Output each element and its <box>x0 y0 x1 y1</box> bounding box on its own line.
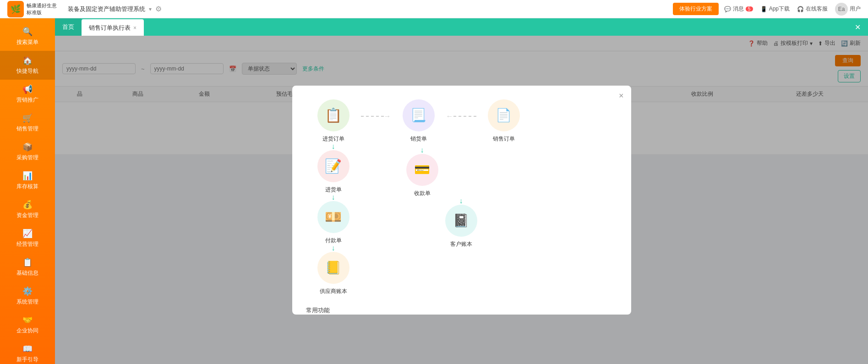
sidebar-item-inventory[interactable]: 📊 库存核算 <box>0 166 55 195</box>
tab-right-area: ✕ <box>855 23 868 32</box>
modal-overlay[interactable]: × 📋 进货订单 ↓ <box>55 36 868 364</box>
flow-item-receipt: 💳 收款单 <box>395 154 450 197</box>
online-service-button[interactable]: 🎧 在线客服 <box>797 5 828 13</box>
sidebar: 🔍 搜索菜单 🏠 快捷导航 📢 营销推广 🛒 销售管理 📦 采购管理 📊 库存核… <box>0 18 55 364</box>
chevron-down-icon[interactable]: ▾ <box>149 6 152 12</box>
common-functions-section: 常用功能 商品 往来单位 现存量(库存状况表) 现存量(库存分布表) 销售毛利分… <box>306 306 617 315</box>
flow-item-sales-order: 📄 销售订单 <box>476 99 531 143</box>
top-right-area: 💬 消息 5 📱 App下载 🎧 在线客服 Ea 用户 <box>724 3 861 16</box>
guide-icon: 📖 <box>22 344 33 354</box>
user-menu[interactable]: Ea 用户 <box>835 3 861 16</box>
tab-sales-order[interactable]: 销售订单执行表 × <box>82 19 144 37</box>
sidebar-item-enterprise[interactable]: 🤝 企业协同 <box>0 310 55 339</box>
sidebar-item-guide[interactable]: 📖 新手引导 <box>0 339 55 364</box>
payment-icon: 💴 <box>317 201 349 233</box>
window-close-button[interactable]: ✕ <box>855 23 861 32</box>
app-download-button[interactable]: 📱 App下载 <box>760 5 790 13</box>
flow-item-payment: 💴 付款单 <box>306 201 361 244</box>
purchase-order-icon: 📋 <box>317 99 349 131</box>
purchase-bill-icon: 📝 <box>317 150 349 182</box>
sales-bill-icon: 📃 <box>403 99 435 131</box>
top-bar: 🌿 畅康通好生意 标准版 装备及固定资产辅助管理系统 ▾ ⚙ 体验行业方案 💬 … <box>0 0 868 18</box>
tab-close-icon[interactable]: × <box>133 25 136 31</box>
sidebar-item-quick-nav[interactable]: 🏠 快捷导航 <box>0 51 55 80</box>
flow-section: 📋 进货订单 ↓ 📝 进货单 ↓ 💴 <box>306 99 617 295</box>
sidebar-item-basic-info[interactable]: 📋 基础信息 <box>0 253 55 282</box>
main-layout: 🔍 搜索菜单 🏠 快捷导航 📢 营销推广 🛒 销售管理 📦 采购管理 📊 库存核… <box>0 18 868 364</box>
arrow-down-2: ↓ <box>332 194 335 201</box>
sales-icon: 🛒 <box>22 113 33 123</box>
dashed-arrow-area: → <box>361 99 391 120</box>
arrow-down-3: ↓ <box>332 244 335 252</box>
sidebar-item-operations[interactable]: 📈 经营管理 <box>0 224 55 253</box>
flow-item-sales-bill: 📃 销货单 <box>391 99 446 143</box>
message-badge: 5 <box>746 6 753 11</box>
home-icon: 🏠 <box>22 55 33 65</box>
sidebar-item-marketing[interactable]: 📢 营销推广 <box>0 80 55 109</box>
sidebar-item-search[interactable]: 🔍 搜索菜单 <box>0 22 55 51</box>
finance-icon: 💰 <box>22 200 33 210</box>
system-icon: ⚙️ <box>22 286 33 296</box>
enterprise-icon: 🤝 <box>22 315 33 325</box>
tab-bar: 首页 销售订单执行表 × ✕ <box>55 18 868 36</box>
dashed-line-left <box>361 116 384 117</box>
system-title-text: 装备及固定资产辅助管理系统 <box>68 5 145 13</box>
message-icon: 💬 <box>724 6 731 12</box>
system-title-area: 装备及固定资产辅助管理系统 ▾ ⚙ <box>68 5 667 13</box>
sales-order-icon: 📄 <box>488 99 520 131</box>
arrow-down-1: ↓ <box>332 143 335 150</box>
logo-icon: 🌿 <box>7 1 24 17</box>
page-content: ❓ 帮助 🖨 按模板打印 ▾ ⬆ 导出 🔄 刷新 <box>55 36 868 364</box>
flow-item-purchase-bill: 📝 进货单 <box>306 150 361 194</box>
arrow-right-icon: → <box>384 112 391 120</box>
search-icon: 🔍 <box>22 27 33 37</box>
dashed-arrow-between: ← <box>446 112 476 120</box>
purchase-icon: 📦 <box>22 142 33 152</box>
sidebar-item-purchase[interactable]: 📦 采购管理 <box>0 137 55 166</box>
modal-close-button[interactable]: × <box>619 91 624 101</box>
flow-item-customer-ledger: 📓 客户账本 <box>434 205 489 248</box>
arrow-down-sales-bill: ↓ <box>395 147 450 154</box>
common-functions-title: 常用功能 <box>306 306 617 315</box>
inventory-icon: 📊 <box>22 171 33 181</box>
logo-text: 畅康通好生意 标准版 <box>27 2 57 16</box>
customer-ledger-icon: 📓 <box>445 205 477 237</box>
message-button[interactable]: 💬 消息 5 <box>724 5 753 13</box>
app-icon: 📱 <box>760 6 767 12</box>
marketing-icon: 📢 <box>22 84 33 94</box>
basic-info-icon: 📋 <box>22 257 33 267</box>
service-icon: 🎧 <box>797 6 804 12</box>
tab-home[interactable]: 首页 <box>55 18 82 36</box>
left-flow-col: 📋 进货订单 ↓ 📝 进货单 ↓ 💴 <box>306 99 361 295</box>
avatar: Ea <box>835 3 848 16</box>
right-flow-col: 📃 销货单 ← 📄 销售订单 <box>391 99 531 248</box>
modal-dialog: × 📋 进货订单 ↓ <box>292 86 631 315</box>
operations-icon: 📈 <box>22 228 33 239</box>
sidebar-item-sales[interactable]: 🛒 销售管理 <box>0 109 55 137</box>
try-industry-button[interactable]: 体验行业方案 <box>673 3 719 15</box>
supplier-ledger-icon: 📒 <box>317 252 349 284</box>
sidebar-item-system[interactable]: ⚙️ 系统管理 <box>0 282 55 310</box>
receipt-icon: 💳 <box>406 154 438 186</box>
sidebar-item-finance[interactable]: 💰 资金管理 <box>0 195 55 224</box>
content-area: 首页 销售订单执行表 × ✕ ❓ 帮助 🖨 <box>55 18 868 364</box>
flow-item-purchase-order: 📋 进货订单 <box>306 99 361 143</box>
logo-area: 🌿 畅康通好生意 标准版 <box>7 1 62 17</box>
gear-icon[interactable]: ⚙ <box>155 5 162 13</box>
arrow-down-receipt: ↓ <box>434 197 489 205</box>
flow-item-supplier-ledger: 📒 供应商账本 <box>306 252 361 295</box>
